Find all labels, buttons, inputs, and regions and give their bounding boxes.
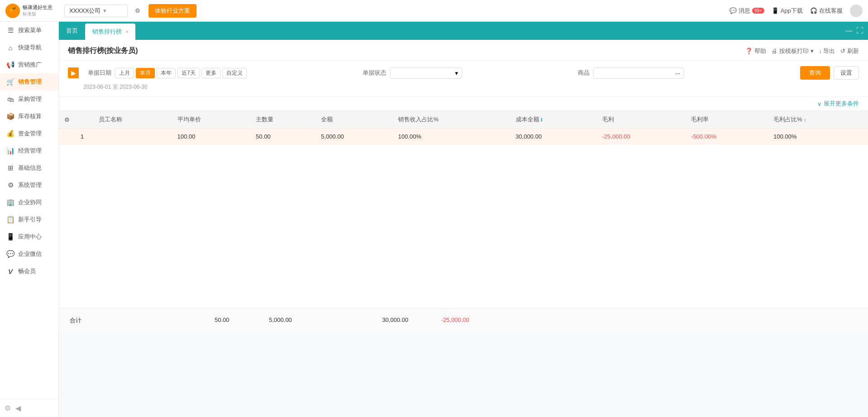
user-avatar[interactable] — [850, 5, 863, 17]
expand-conditions-button[interactable]: ∨ 展开更多条件 — [817, 100, 859, 108]
operations-icon: 📊 — [6, 147, 14, 155]
trial-button[interactable]: 体验行业方案 — [149, 4, 197, 18]
sidebar-enterprise-wechat-label: 企业微信 — [18, 250, 42, 258]
online-service-button[interactable]: 🎧 在线客服 — [810, 7, 843, 15]
logo-text: 畅康通好生意 — [23, 4, 53, 10]
sidebar-item-system[interactable]: ⚙ 系统管理 — [0, 177, 58, 194]
tab-sales-ranking[interactable]: 销售排行榜 × — [85, 24, 135, 40]
topbar-right: 💬 消息 99+ 📱 App下载 🎧 在线客服 — [729, 5, 863, 17]
app-download-button[interactable]: 📱 App下载 — [772, 7, 803, 15]
export-button[interactable]: ↓ 导出 — [819, 47, 835, 55]
logo-icon: 🍊 — [5, 4, 20, 18]
cell-avg-price: 100.00 — [172, 129, 251, 145]
company-selector[interactable]: XXXXX公司 ▾ — [64, 5, 128, 17]
settings-button[interactable]: 设置 — [834, 66, 859, 80]
cell-name — [93, 129, 172, 145]
date-btn-last-7-days[interactable]: 近7天 — [177, 68, 200, 78]
sidebar-operations-label: 经营管理 — [18, 147, 42, 155]
topbar-settings-button[interactable]: ⚙ — [131, 5, 144, 17]
sidebar-item-basic-info[interactable]: ⊞ 基础信息 — [0, 159, 58, 177]
tab-right-actions: — ⛶ — [845, 27, 868, 35]
footer-sales-pct — [322, 313, 377, 328]
date-btn-this-year[interactable]: 本年 — [157, 68, 176, 78]
date-btn-last-month[interactable]: 上月 — [115, 68, 134, 78]
date-btn-custom[interactable]: 自定义 — [222, 68, 247, 78]
expand-label: 展开更多条件 — [824, 100, 859, 108]
sidebar-system-label: 系统管理 — [18, 181, 42, 189]
sidebar-item-newbie[interactable]: 📋 新手引导 — [0, 211, 58, 228]
system-icon: ⚙ — [6, 181, 14, 189]
profit-pct-sort-icon[interactable]: ↕ — [804, 117, 806, 122]
sidebar-item-sales[interactable]: 🛒 销售管理 — [0, 73, 58, 91]
help-icon: ❓ — [745, 48, 753, 54]
sidebar-item-operations[interactable]: 📊 经营管理 — [0, 142, 58, 159]
help-button[interactable]: ❓ 帮助 — [745, 47, 766, 55]
table-footer: 合计 50.00 5,000.00 30,000.00 -25,000.00 — [59, 308, 868, 333]
download-icon: 📱 — [772, 7, 779, 14]
sidebar-item-finance[interactable]: 💰 资金管理 — [0, 125, 58, 142]
cost-info-icon[interactable]: ℹ — [541, 117, 542, 122]
th-cost: 成本全额 ℹ — [510, 111, 597, 129]
cell-settings — [59, 129, 75, 145]
sidebar-marketing-label: 营销推广 — [18, 61, 42, 69]
refresh-button[interactable]: ↺ 刷新 — [840, 47, 859, 55]
page-actions: ❓ 帮助 🖨 按模板打印 ▾ ↓ 导出 ↺ — [745, 47, 859, 55]
th-name: 员工名称 — [93, 111, 172, 129]
status-select-arrow: ▾ — [455, 70, 458, 77]
sidebar-item-inventory[interactable]: 📦 库存核算 — [0, 108, 58, 125]
footer-amount: 5,000.00 — [264, 313, 322, 328]
date-btn-group: 上月 本月 本年 近7天 更多 自定义 — [115, 68, 247, 78]
sidebar-item-enterprise[interactable]: 🏢 企业协同 — [0, 194, 58, 211]
sidebar-item-quick-nav[interactable]: ⌂ 快捷导航 — [0, 39, 58, 56]
logo-text-area: 畅康通好生意 标准版 — [23, 4, 53, 17]
table-body: 1 100.00 50.00 5,000.00 100.00% 30,000.0… — [59, 129, 868, 145]
footer-quantity: 50.00 — [209, 313, 264, 328]
help-label: 帮助 — [754, 47, 766, 55]
status-select[interactable]: ▾ — [390, 67, 462, 79]
query-button[interactable]: 查询 — [800, 66, 830, 80]
th-profit: 毛利 — [597, 111, 686, 129]
cell-profit: -25,000.00 — [597, 129, 686, 145]
filter-action-buttons: 查询 设置 — [800, 66, 859, 80]
sidebar-item-app-center[interactable]: 📱 应用中心 — [0, 228, 58, 245]
empty-space — [59, 145, 868, 308]
tab-home[interactable]: 首页 — [59, 22, 85, 40]
newbie-icon: 📋 — [6, 216, 14, 224]
filter-toggle-arrow[interactable]: ▶ — [68, 67, 79, 78]
print-button[interactable]: 🖨 按模板打印 ▾ — [772, 47, 814, 55]
date-btn-more[interactable]: 更多 — [201, 68, 221, 78]
message-button[interactable]: 💬 消息 99+ — [729, 7, 764, 15]
th-settings[interactable]: ⚙ — [59, 111, 75, 129]
sidebar-purchase-label: 采购管理 — [18, 95, 42, 103]
sidebar-item-purchase[interactable]: 🛍 采购管理 — [0, 91, 58, 108]
basic-info-icon: ⊞ — [6, 164, 14, 172]
sidebar-item-enterprise-wechat[interactable]: 💬 企业微信 — [0, 245, 58, 263]
table-header-row: ⚙ 员工名称 平均单价 主数量 全额 销售收入占比% 成本全额 ℹ 毛利 毛利率 — [59, 111, 868, 129]
enterprise-icon: 🏢 — [6, 198, 14, 206]
th-quantity: 主数量 — [250, 111, 316, 129]
message-label: 消息 — [739, 7, 750, 15]
sidebar-sales-label: 销售管理 — [18, 78, 42, 86]
sidebar-item-search[interactable]: ☰ 搜索菜单 — [0, 22, 58, 39]
tab-fullscreen-icon[interactable]: ⛶ — [856, 27, 863, 35]
th-rank — [75, 111, 93, 129]
sidebar-quick-nav-label: 快捷导航 — [18, 43, 42, 52]
tab-home-label: 首页 — [66, 27, 78, 35]
tab-minimize-icon[interactable]: — — [845, 27, 853, 35]
footer-avg-price — [155, 313, 209, 328]
goods-input[interactable]: ··· — [593, 67, 684, 79]
tab-close-icon[interactable]: × — [125, 29, 128, 34]
sidebar-item-member[interactable]: V 畅会员 — [0, 263, 58, 280]
sidebar-collapse-icon[interactable]: ◀ — [15, 404, 21, 412]
footer-profit: -25,000.00 — [436, 313, 475, 328]
cell-quantity: 50.00 — [250, 129, 316, 145]
footer-cost: 30,000.00 — [377, 313, 436, 328]
goods-input-field[interactable] — [597, 70, 673, 77]
table-header: ⚙ 员工名称 平均单价 主数量 全额 销售收入占比% 成本全额 ℹ 毛利 毛利率 — [59, 111, 868, 129]
sidebar-finance-label: 资金管理 — [18, 129, 42, 138]
wechat-icon: 💬 — [6, 250, 14, 258]
sidebar-item-marketing[interactable]: 📢 营销推广 — [0, 56, 58, 73]
sidebar-settings-icon[interactable]: ⚙ — [5, 404, 11, 412]
date-btn-this-month[interactable]: 本月 — [136, 68, 155, 78]
member-icon: V — [6, 268, 14, 275]
